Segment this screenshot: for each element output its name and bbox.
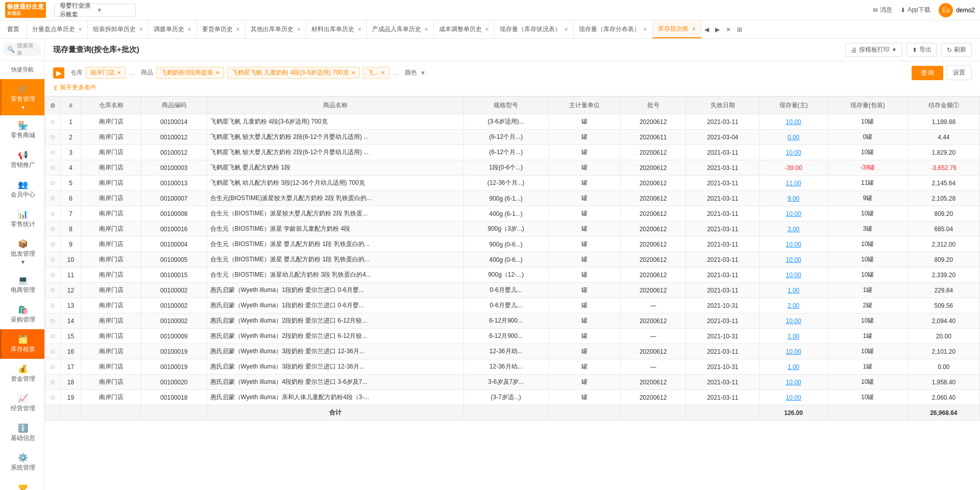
sidebar-nav-shortcut[interactable]: 快捷导航 [0,64,44,76]
row-settings-icon[interactable]: ⚙ [45,390,61,405]
tab-close-icon[interactable]: ✕ [692,26,696,32]
sidebar-item-marketing[interactable]: 📢 营销推广 [0,145,44,175]
tab-close-icon[interactable]: ✕ [236,27,240,32]
row-qty-main[interactable]: 10.00 [760,344,828,359]
tab-home[interactable]: 首页 [0,20,27,38]
row-settings-icon[interactable]: ⚙ [45,191,61,206]
tab-next-btn[interactable]: ▶ [712,20,723,38]
row-settings-icon[interactable]: ⚙ [45,375,61,390]
expand-more-btn[interactable]: ⊻ 展开更多条件 [53,83,972,92]
row-settings-icon[interactable]: ⚙ [45,237,61,252]
tab-item-2[interactable]: 调拨单历史 ✕ [149,20,197,38]
color-dropdown-icon[interactable]: ▼ [420,69,426,77]
row-settings-icon[interactable]: ⚙ [45,222,61,237]
product-tag-3[interactable]: 飞... ✕ [363,67,389,79]
product-tag-1[interactable]: 飞鹤奶粉3段两提装 ✕ [156,67,224,79]
sidebar-item-management[interactable]: 📈 经营管理 [0,388,44,418]
sidebar-item-finance[interactable]: 💰 资金管理 [0,359,44,388]
tab-close-icon[interactable]: ✕ [564,27,568,32]
row-settings-icon[interactable]: ⚙ [45,114,61,130]
row-qty-main[interactable]: 2.00 [760,298,828,313]
tab-item-10[interactable]: 库存批次账 ✕ [653,20,701,38]
sidebar-item-members[interactable]: 👥 会员中心 [0,175,44,204]
sidebar-item-retail-store[interactable]: 🏪 零售商城 [0,115,44,145]
row-settings-icon[interactable]: ⚙ [45,160,61,176]
tab-close-icon[interactable]: ✕ [357,27,361,32]
row-qty-main[interactable]: 10.00 [760,237,828,252]
tab-prev-btn[interactable]: ◀ [701,20,712,38]
sidebar-item-system[interactable]: ⚙️ 系统管理 [0,448,44,477]
tab-item-7[interactable]: 成本调整单历史 ✕ [434,20,495,38]
tab-close-icon[interactable]: ✕ [78,27,82,32]
row-settings-icon[interactable]: ⚙ [45,359,61,375]
query-button[interactable]: 查询 [912,66,943,80]
tab-item-9[interactable]: 现存量（库存分布表） ✕ [574,20,653,38]
row-qty-main[interactable]: 10.00 [760,390,828,405]
tab-close-icon[interactable]: ✕ [187,27,191,32]
row-qty-main[interactable]: 10.00 [760,252,828,267]
tab-item-0[interactable]: 分量盘点单历史 ✕ [27,20,88,38]
sidebar-item-wholesale[interactable]: 📦 批发管理 ▼ [0,234,44,270]
sidebar-item-collab[interactable]: 🤝 企业协同 [0,477,44,490]
row-qty-main[interactable]: 10.00 [760,267,828,283]
tab-item-6[interactable]: 产成品入库单历史 ✕ [367,20,434,38]
tab-close-icon[interactable]: ✕ [485,27,489,32]
row-qty-main[interactable]: 9.00 [760,191,828,206]
tab-close-all-btn[interactable]: ✕ [723,20,734,38]
sidebar-item-retail[interactable]: 🛒 零售管理 ▼ [0,79,44,115]
app-download-btn[interactable]: ⬇ App下载 [900,6,930,14]
export-button[interactable]: ⬆ 导出 [906,43,937,57]
sidebar-item-basic-info[interactable]: ℹ️ 基础信息 [0,418,44,448]
warehouse-more-icon[interactable]: … [129,69,135,77]
tab-close-icon[interactable]: ✕ [297,27,301,32]
row-qty-main[interactable]: -39.00 [760,160,828,176]
remove-warehouse-filter-icon[interactable]: ✕ [117,70,121,76]
row-settings-icon[interactable]: ⚙ [45,130,61,145]
sidebar-item-ecommerce[interactable]: 💻 电商管理 [0,270,44,300]
message-btn[interactable]: ✉ 消息 [873,6,892,14]
row-qty-main[interactable]: 10.00 [760,114,828,130]
row-settings-icon[interactable]: ⚙ [45,283,61,298]
tab-item-5[interactable]: 材料出库单历史 ✕ [306,20,367,38]
tab-close-icon[interactable]: ✕ [424,27,428,32]
product-tag-2[interactable]: 飞鹤星飞帆 儿童奶粉 4段(3-6岁适用) 700克 ✕ [227,67,360,79]
org-selector[interactable]: 母婴行业演示账套 ▼ [54,4,136,17]
sidebar-item-purchase[interactable]: 🛍️ 采购管理 [0,300,44,329]
tab-close-icon[interactable]: ✕ [139,27,143,32]
row-qty-main[interactable]: 11.00 [760,176,828,191]
row-qty-main[interactable]: 1.00 [760,329,828,344]
row-qty-main[interactable]: 10.00 [760,145,828,160]
product-more-icon[interactable]: … [393,69,399,77]
tab-close-icon[interactable]: ✕ [643,27,647,32]
remove-product3-filter-icon[interactable]: ✕ [381,70,385,76]
row-qty-main[interactable]: 10.00 [760,375,828,390]
row-qty-main[interactable]: 3.00 [760,222,828,237]
row-settings-icon[interactable]: ⚙ [45,267,61,283]
col-settings[interactable]: ⚙ [45,97,61,114]
tab-item-4[interactable]: 其他出库单历史 ✕ [246,20,306,38]
sidebar-item-stats[interactable]: 📊 零售统计 [0,204,44,234]
search-input-box[interactable]: 🔍 搜索英单 [3,43,41,56]
refresh-button[interactable]: ↻ 刷新 [941,43,972,57]
row-qty-main[interactable]: 1.00 [760,283,828,298]
row-settings-icon[interactable]: ⚙ [45,206,61,222]
print-button[interactable]: 🖨 按模板打印 ▼ [845,43,902,57]
row-qty-main[interactable]: 10.00 [760,313,828,329]
row-qty-main[interactable]: 10.00 [760,206,828,222]
setting-button[interactable]: 设置 [946,65,972,80]
row-settings-icon[interactable]: ⚙ [45,252,61,267]
filter-expand-arrow[interactable]: ▶ [53,67,64,79]
row-settings-icon[interactable]: ⚙ [45,298,61,313]
user-profile[interactable]: Ea demo2 [939,3,975,17]
remove-product2-filter-icon[interactable]: ✕ [351,70,355,76]
tab-more-btn[interactable]: ⊞ [734,20,745,38]
row-settings-icon[interactable]: ⚙ [45,329,61,344]
warehouse-tag[interactable]: 南岸门店 ✕ [86,67,126,79]
tab-item-1[interactable]: 组装拆卸单历史 ✕ [88,20,149,38]
row-settings-icon[interactable]: ⚙ [45,145,61,160]
sidebar-item-inventory[interactable]: 🗂️ 库存核算 [0,329,44,359]
row-qty-main[interactable]: 0.00 [760,130,828,145]
row-settings-icon[interactable]: ⚙ [45,344,61,359]
row-settings-icon[interactable]: ⚙ [45,313,61,329]
row-qty-main[interactable]: 1.00 [760,359,828,375]
